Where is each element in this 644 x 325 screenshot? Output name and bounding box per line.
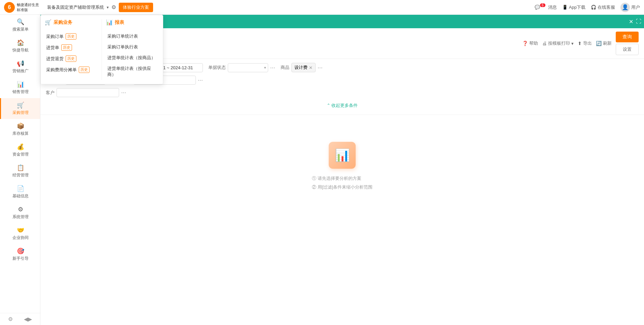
logo-area: 6 畅捷通好生意 标准版: [4, 2, 44, 13]
history-badge-2: 历史: [61, 44, 72, 51]
sidebar-item-inventory[interactable]: 📦 库存核算: [0, 119, 40, 140]
menu-report-inbound-goods[interactable]: 进货单统计表（按商品）: [106, 52, 159, 63]
status-more-dots[interactable]: ···: [270, 64, 275, 71]
empty-illustration: 📊: [329, 142, 356, 169]
sidebar-item-purchase[interactable]: 🛒 采购管理: [0, 98, 40, 119]
tab-expand-icon[interactable]: ⛶: [636, 18, 641, 25]
filter-customer: 客户 ···: [46, 88, 126, 97]
menu-report-inbound-supplier[interactable]: 进货单统计表（按供应商）: [106, 63, 159, 80]
system-dropdown-btn[interactable]: ▾: [107, 5, 109, 10]
sidebar-item-collab[interactable]: 🤝 企业协同: [0, 223, 40, 244]
export-btn[interactable]: ⬆ 导出: [578, 40, 592, 46]
sidebar: 🔍 搜索菜单 🏠 快捷导航 📢 营销推广 📊 销售管理 🛒 采购管理 📦 库存核…: [0, 15, 40, 325]
report-col-title: 📊 报表: [106, 19, 159, 28]
sidebar-item-search[interactable]: 🔍 搜索菜单: [0, 15, 40, 36]
sidebar-item-basic[interactable]: 📄 基础信息: [0, 181, 40, 202]
system-title: 装备及固定资产辅助管理系统: [47, 4, 104, 10]
top-header: 6 畅捷通好生意 标准版 装备及固定资产辅助管理系统 ▾ ⚙ 体验行业方案 💬 …: [0, 0, 644, 15]
purchase-icon: 🛒: [17, 101, 24, 109]
mobile-icon: 📱: [562, 5, 568, 10]
filter-row-3: 客户 ···: [46, 88, 639, 97]
header-center: 装备及固定资产辅助管理系统 ▾ ⚙ 体验行业方案: [44, 3, 535, 12]
online-service-btn[interactable]: 🎧 在线客服: [591, 4, 615, 10]
customer-more-dots[interactable]: ···: [121, 89, 126, 96]
collapse-sidebar-btn[interactable]: ◀▶: [24, 316, 32, 322]
print-dropdown-icon: ▾: [571, 41, 574, 46]
menu-purchase-return[interactable]: 进货退货 历史: [45, 53, 98, 64]
goods-more-dots[interactable]: ···: [318, 64, 323, 71]
guide-icon: 🎯: [17, 247, 24, 255]
user-btn[interactable]: 👤 用户: [620, 3, 640, 12]
sidebar-bottom: ⚙ ◀▶: [0, 313, 40, 325]
tab-minimize-icon[interactable]: ✕: [629, 18, 633, 25]
message-badge: 6: [540, 3, 545, 7]
chevron-up-icon: ⌃: [327, 103, 330, 108]
collapse-btn[interactable]: ⌃ 收起更多条件: [46, 100, 639, 111]
purchase-col-title: 🛒 采购业务: [45, 19, 98, 28]
search-icon: 🔍: [17, 18, 24, 26]
history-badge-1: 历史: [66, 33, 76, 40]
goods-tag-close[interactable]: ✕: [309, 65, 313, 70]
marketing-icon: 📢: [17, 60, 24, 67]
logo-icon: 6: [4, 2, 15, 13]
filter-goods: 商品 设计费 ✕ ···: [281, 63, 323, 72]
goods-tag: 设计费 ✕: [291, 63, 316, 72]
sidebar-item-system[interactable]: ⚙ 系统管理: [0, 202, 40, 223]
menu-purchase-cost[interactable]: 采购费用分摊单 历史: [45, 64, 98, 75]
status-select[interactable]: [228, 63, 268, 72]
refresh-icon: 🔄: [596, 41, 602, 46]
sidebar-item-sales[interactable]: 📊 销售管理: [0, 77, 40, 98]
print-btn[interactable]: 🖨 按模板打印 ▾: [542, 40, 574, 46]
sidebar-item-guide[interactable]: 🎯 新手引导: [0, 244, 40, 265]
industry-btn[interactable]: 体验行业方案: [119, 3, 153, 12]
gear-btn[interactable]: ⚙: [111, 4, 116, 10]
sidebar-item-finance[interactable]: 💰 资金管理: [0, 140, 40, 161]
status-select-wrap: [228, 63, 268, 72]
filter-status: 单据状态 ···: [208, 63, 275, 72]
header-right: 💬 6 消息 📱 App下载 🎧 在线客服 👤 用户: [535, 3, 640, 12]
finance-icon: 💰: [17, 143, 24, 151]
user-avatar: 👤: [620, 3, 630, 12]
sidebar-item-nav[interactable]: 🏠 快捷导航: [0, 36, 40, 56]
help-icon: ❓: [522, 41, 528, 46]
dropdown-report-col: 📊 报表 采购订单统计表 采购订单执行表 进货单统计表（按商品） 进货单统计表（…: [102, 19, 159, 80]
history-badge-3: 历史: [66, 55, 76, 62]
refresh-btn[interactable]: 🔄 刷新: [596, 40, 612, 46]
history-badge-4: 历史: [79, 67, 90, 73]
settings-btn[interactable]: ⚙: [8, 316, 13, 322]
customer-input[interactable]: [57, 88, 119, 97]
menu-purchase-inbound[interactable]: 进货单 历史: [45, 42, 98, 53]
message-icon: 💬: [535, 5, 540, 10]
operations-icon: 📋: [17, 164, 24, 171]
message-btn[interactable]: 💬 6 消息: [535, 4, 557, 10]
tab-bar-right: ✕ ⛶: [629, 18, 641, 25]
basic-icon: 📄: [17, 185, 24, 192]
sales-icon: 📊: [17, 81, 24, 88]
menu-purchase-order[interactable]: 采购订单 历史: [45, 31, 98, 42]
app-download-btn[interactable]: 📱 App下载: [562, 4, 585, 10]
menu-report-order-exec[interactable]: 采购订单执行表: [106, 42, 159, 52]
setting-btn[interactable]: 设置: [616, 44, 639, 55]
empty-state: 📊 ① 请先选择要分析的方案 ② 用[过滤]条件来缩小分析范围: [40, 115, 644, 218]
sidebar-menu: 🔍 搜索菜单 🏠 快捷导航 📢 营销推广 📊 销售管理 🛒 采购管理 📦 库存核…: [0, 15, 40, 313]
purchase-col-icon: 🛒: [45, 19, 51, 26]
empty-hint: ① 请先选择要分析的方案 ② 用[过滤]条件来缩小分析范围: [312, 174, 372, 192]
help-btn[interactable]: ❓ 帮助: [522, 40, 538, 46]
logo-text: 畅捷通好生意 标准版: [17, 2, 39, 12]
sidebar-item-marketing[interactable]: 📢 营销推广: [0, 56, 40, 77]
headset-icon: 🎧: [591, 5, 596, 10]
menu-report-order-stat[interactable]: 采购订单统计表: [106, 31, 159, 42]
export-icon: ⬆: [578, 41, 582, 46]
home-icon: 🏠: [17, 39, 24, 46]
system-icon: ⚙: [18, 206, 23, 213]
purchase-dropdown-menu: 🛒 采购业务 采购订单 历史 进货单 历史 进货退货 历史 采购费用分摊单 历史…: [40, 15, 163, 84]
salesperson-more-dots[interactable]: ···: [198, 77, 203, 84]
sidebar-item-operations[interactable]: 📋 经营管理: [0, 161, 40, 181]
dropdown-purchase-col: 🛒 采购业务 采购订单 历史 进货单 历史 进货退货 历史 采购费用分摊单 历史: [45, 19, 98, 80]
report-col-icon: 📊: [106, 19, 113, 26]
query-btn[interactable]: 查询: [616, 32, 639, 42]
inventory-icon: 📦: [17, 122, 24, 130]
collab-icon: 🤝: [17, 227, 24, 234]
print-icon: 🖨: [542, 41, 547, 46]
